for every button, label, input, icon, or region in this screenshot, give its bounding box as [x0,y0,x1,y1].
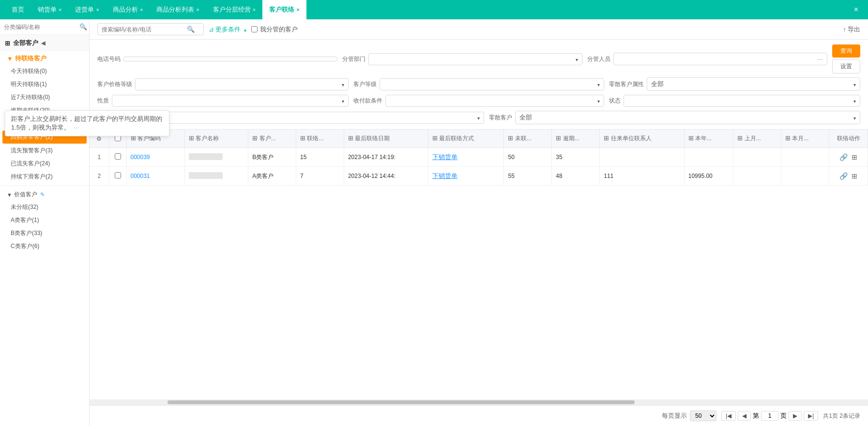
edit-icon[interactable]: ✎ [40,191,45,198]
sidebar-item-churned[interactable]: 已流失客户(24) [0,157,89,170]
next-page-button[interactable]: ▶ [789,411,802,421]
col-header-name: ⊞ 客户名称 [184,130,248,148]
cell-code-1[interactable]: 000039 [126,148,184,167]
last-page-button[interactable]: ▶| [804,411,818,421]
col-header-this-month: ⊞ 本月... [781,130,829,148]
sidebar: 🔍 ⊞ 全部客户 ◀ ▼ 待联络客户 今天待联络(0) 明天待联络(1) 近7天… [0,19,90,426]
sidebar-item-declining[interactable]: 持续下滑客户(2) [0,170,89,183]
collapse-icon[interactable]: ◀ [41,40,45,46]
apps-icon-2[interactable]: ⊞ [852,172,857,180]
chevron-up-icon [242,26,246,33]
nav-product-analysis-list[interactable]: 商品分析列表 × [150,0,206,19]
sidebar-all-customers[interactable]: ⊞ 全部客户 ◀ [0,35,89,51]
cell-last-month-2 [733,167,781,186]
nav-customer-contact[interactable]: 客户联络 × [262,0,306,19]
cell-last-contact-method-1[interactable]: 下销货单 [428,148,504,167]
nav-sales-order[interactable]: 销货单 × [31,0,68,19]
action-buttons: 查询 设置 [832,44,860,73]
col-header-last-contact-method: ⊞ 最后联络方式 [428,130,504,148]
filter-manager-select[interactable]: ··· [613,53,827,65]
filter-row-4: ··· 客户类型 零散客户 全部 [97,111,860,124]
filter-search-input[interactable] [102,26,184,33]
filter-payment-select[interactable] [385,95,605,107]
cell-checkbox-2[interactable] [109,167,126,186]
filter-customer-level-select[interactable] [380,78,605,90]
table-row: 1 000039 B类客户 15 2023-04-17 14:19: 下销货单 … [90,148,868,167]
query-button[interactable]: 查询 [832,44,860,58]
first-page-button[interactable]: |◀ [721,411,736,421]
export-button[interactable]: ↑ 导出 [843,25,861,34]
cell-this-month-2 [781,167,829,186]
total-records: 共1页 2条记录 [823,412,860,420]
row-checkbox-2[interactable] [115,172,121,178]
cell-this-month-1 [781,148,829,167]
tooltip-popup: 距客户上次交易时长，超过了此客户的平均交易周期的1.5倍，则视为异常。 ··· [5,110,169,136]
cell-customer-type-1: B类客户 [248,148,296,167]
sidebar-item-7days[interactable]: 近7天待联络(0) [0,91,89,104]
grid-icon: ⊞ [5,40,10,47]
sidebar-search-area: 🔍 [0,19,89,35]
sidebar-item-b-class[interactable]: B类客户(33) [0,227,89,240]
filter-department: 分管部门 [342,53,582,65]
apps-icon-1[interactable]: ⊞ [852,153,857,161]
link-icon-1[interactable]: 🔗 [839,153,848,161]
triangle-icon: ▼ [7,55,13,62]
per-page-select[interactable]: 50 100 [690,411,716,421]
sidebar-item-a-class[interactable]: A类客户(1) [0,214,89,227]
prev-page-button[interactable]: ◀ [738,411,751,421]
filter-row-1: 电话号码 分管部门 分管人员 ··· [97,44,860,73]
cell-last-month-1 [733,148,781,167]
filter-price-level-select[interactable] [135,78,349,90]
more-icon[interactable]: ··· [817,55,823,63]
filter-status-select[interactable] [624,95,860,107]
filter-nature: 性质 [97,95,349,107]
chevron-down-icon-7 [852,97,856,104]
sidebar-search-icon[interactable]: 🔍 [79,23,87,30]
top-navigation: 首页 销货单 × 进货单 × 商品分析 × 商品分析列表 × 客户分层经营 × … [0,0,868,19]
settings-button[interactable]: 设置 [832,59,860,73]
advanced-filters: 电话号码 分管部门 分管人员 ··· [90,40,868,130]
col-header-contact-person: ⊞ 往来单位联系人 [600,130,685,148]
sidebar-item-c-class[interactable]: C类客户(6) [0,240,89,253]
cell-this-year-2: 10995.00 [684,167,733,186]
sidebar-search-input[interactable] [4,24,76,30]
nav-home[interactable]: 首页 [5,0,31,19]
cell-contact-person-2: 111 [600,167,685,186]
my-customer-checkbox[interactable] [251,26,258,32]
tooltip-more[interactable]: ··· [74,124,79,131]
horizontal-scrollbar[interactable] [90,399,868,405]
filter-phone-input[interactable] [123,57,337,61]
nav-customer-segmentation[interactable]: 客户分层经营 × [206,0,262,19]
sidebar-item-today[interactable]: 今天待联络(0) [0,65,89,78]
scrollbar-thumb[interactable] [168,400,635,404]
filter-customer-type-select[interactable] [138,112,484,124]
row-checkbox-1[interactable] [115,153,121,160]
filter-search-icon[interactable]: 🔍 [187,26,195,33]
filter-retail-attr: 零散客户属性 全部 [609,77,860,91]
col-header-customer-type: ⊞ 客户... [248,130,296,148]
close-all-button[interactable]: × [849,5,863,14]
more-conditions-toggle[interactable]: ⊿ 更多条件 [209,25,246,34]
filter-retail-customer: 零散客户 全部 [489,111,860,124]
sidebar-item-tomorrow[interactable]: 明天待联络(1) [0,78,89,91]
filter-retail-customer-select[interactable]: 全部 [515,111,860,124]
chevron-down-icon-4 [852,81,856,88]
cell-last-contact-method-2[interactable]: 下销货单 [428,167,504,186]
filter-nature-select[interactable] [112,95,349,107]
sidebar-item-churn-warning[interactable]: 流失预警客户(3) [0,144,89,157]
cell-customer-type-2: A类客户 [248,167,296,186]
chevron-down-icon-5 [340,97,344,104]
nav-purchase-order[interactable]: 进货单 × [68,0,106,19]
page-number-input[interactable] [761,411,778,421]
filter-retail-attr-select[interactable]: 全部 [647,77,860,91]
cell-code-2[interactable]: 000031 [126,167,184,186]
cell-checkbox-1[interactable] [109,148,126,167]
table-row: 2 000031 A类客户 7 2023-04-12 14:44: 下销货单 5… [90,167,868,186]
cell-name-2 [184,167,248,186]
filter-department-select[interactable] [368,53,582,65]
link-icon-2[interactable]: 🔗 [839,172,848,180]
cell-last-contact-date-2: 2023-04-12 14:44: [344,167,428,186]
sidebar-item-ungroup[interactable]: 未分组(32) [0,201,89,214]
filter-phone: 电话号码 [97,55,337,63]
nav-product-analysis[interactable]: 商品分析 × [106,0,150,19]
